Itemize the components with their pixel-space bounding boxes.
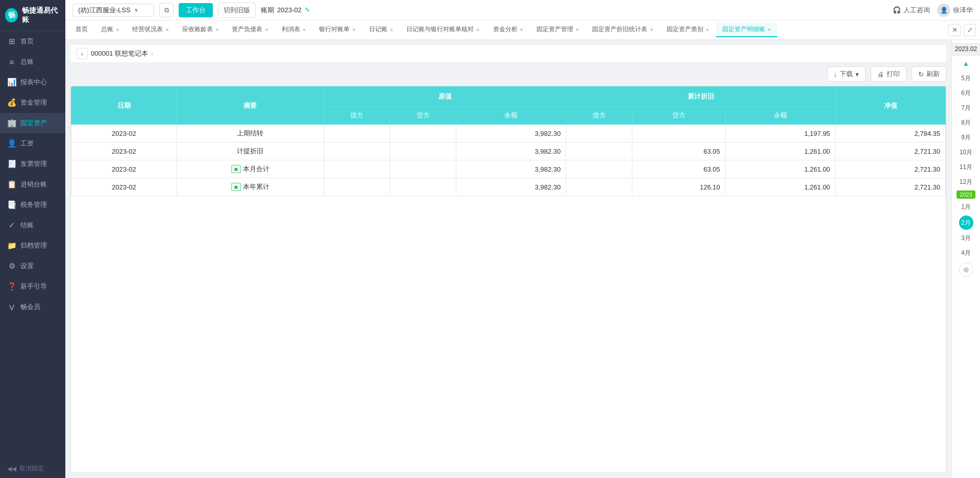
home-icon: ⊞ (7, 37, 16, 46)
period-value: 2023-02 (277, 6, 302, 14)
tab-home[interactable]: 首页 (69, 22, 94, 37)
sidebar-item-sales[interactable]: 📋进销台账 (0, 174, 65, 195)
report-icon: 📊 (7, 78, 16, 87)
table-cell: 126.10 (632, 178, 725, 196)
period-edit-icon[interactable]: ✎ (305, 6, 310, 14)
date-month-7月[interactable]: 7月 (958, 101, 974, 115)
table-cell (324, 142, 389, 160)
tab-close-fixed_detail[interactable]: × (768, 27, 771, 33)
tab-close-fixed_type[interactable]: × (706, 27, 709, 33)
sidebar-item-fixed[interactable]: 🏢固定资产 (0, 113, 65, 133)
sidebar-item-report[interactable]: 📊报表中心 (0, 72, 65, 92)
tab-label-fixed_mgmt: 固定资产管理 (536, 25, 573, 34)
date-month-6月[interactable]: 6月 (958, 86, 974, 101)
sidebar-item-archive[interactable]: 📁归档管理 (0, 235, 65, 256)
tab-close-management[interactable]: × (165, 27, 168, 33)
date-month-11月[interactable]: 11月 (958, 160, 974, 175)
tab-balance[interactable]: 资产负债表× (226, 22, 274, 37)
tab-close-balance[interactable]: × (265, 27, 268, 33)
tab-receivable[interactable]: 应收账龄表× (176, 22, 225, 37)
refresh-button[interactable]: ↻ 刷新 (912, 66, 946, 82)
sidebar: 畅 畅捷通易代账 ⊞首页≡总账📊报表中心💰资金管理🏢固定资产👤工资🧾发票管理📋进… (0, 0, 65, 478)
tab-fixed_detail[interactable]: 固定资产明细账× (716, 22, 777, 37)
date-month-2月[interactable]: 2月 (959, 216, 973, 230)
sidebar-item-salary[interactable]: 👤工资 (0, 133, 65, 154)
maximize-button[interactable]: ⤢ (964, 24, 976, 36)
switch-version-button[interactable]: 切到旧版 (218, 3, 256, 18)
tab-close-fund[interactable]: × (520, 27, 523, 33)
sidebar-item-invoice[interactable]: 🧾发票管理 (0, 154, 65, 174)
date-panel-up-nav: ▲ (952, 56, 980, 71)
tab-fixed_type[interactable]: 固定资产类别× (660, 22, 715, 37)
tab-profit[interactable]: 利润表× (276, 22, 312, 37)
sidebar-item-tax[interactable]: 📑税务管理 (0, 195, 65, 215)
date-month-4月[interactable]: 4月 (959, 246, 973, 260)
tab-reconcile[interactable]: 日记账与银行对账单核对× (400, 22, 485, 37)
consult-button[interactable]: 🎧 人工咨询 (893, 6, 930, 15)
date-month-1月[interactable]: 1月 (959, 200, 973, 214)
tab-close-ledger[interactable]: × (116, 27, 119, 33)
salary-icon: 👤 (7, 139, 16, 148)
tab-close-bank[interactable]: × (352, 27, 355, 33)
row-tag: ■ (231, 165, 241, 173)
table-cell (390, 160, 456, 178)
sidebar-item-vip[interactable]: V畅会员 (0, 297, 65, 317)
tab-close-journal[interactable]: × (390, 27, 393, 33)
sidebar-item-home[interactable]: ⊞首页 (0, 31, 65, 52)
sidebar-unpin[interactable]: ◀◀ 取消固定 (0, 459, 65, 478)
sidebar-item-guide[interactable]: ❓新手引导 (0, 276, 65, 297)
date-month-9月[interactable]: 9月 (958, 130, 974, 145)
tab-journal[interactable]: 日记账× (363, 22, 399, 37)
breadcrumb-back-button[interactable]: ‹ (77, 48, 88, 59)
copy-button[interactable]: ⧉ (159, 3, 174, 17)
table-cell: 2,721.30 (836, 160, 946, 178)
download-button[interactable]: ↓ 下载 ▾ (827, 66, 866, 82)
tab-fixed_mgmt[interactable]: 固定资产管理× (530, 22, 585, 37)
fixed-asset-detail-table: 日期摘要原值累计折旧净值 借方贷方余额借方贷方余额 2023-02上期结转3,9… (70, 86, 946, 473)
tab-close-fixed_depre[interactable]: × (650, 27, 653, 33)
table-cell (566, 178, 632, 196)
date-month-5月[interactable]: 5月 (958, 71, 974, 86)
table-cell (632, 125, 725, 142)
date-month-12月[interactable]: 12月 (958, 175, 974, 189)
date-month-8月[interactable]: 8月 (958, 115, 974, 130)
sales-icon: 📋 (7, 180, 16, 189)
table-row: 2023-02计提折旧3,982.3063.051,261.002,721.30 (71, 142, 946, 160)
user-menu[interactable]: 👤 徐泽华 (937, 4, 973, 17)
sidebar-label-ledger: 总账 (20, 57, 34, 66)
print-button[interactable]: 🖨 打印 (871, 66, 906, 82)
sidebar-label-report: 报表中心 (20, 78, 47, 87)
tab-close-receivable[interactable]: × (215, 27, 218, 33)
main-area: (劝)江西服业-LSS ▼ ⧉ 工作台 切到旧版 账期 2023-02 ✎ 🎧 … (65, 0, 980, 478)
tab-fund[interactable]: 资金分析× (487, 22, 529, 37)
tab-management[interactable]: 经营状况表× (126, 22, 175, 37)
sidebar-item-ledger[interactable]: ≡总账 (0, 52, 65, 72)
tab-fixed_depre[interactable]: 固定资产折旧统计表× (586, 22, 659, 37)
tab-bank[interactable]: 银行对账单× (313, 22, 361, 37)
sidebar-item-settings[interactable]: ⚙设置 (0, 256, 65, 276)
tab-close-profit[interactable]: × (303, 27, 306, 33)
date-panel-extra-btn[interactable]: ⊕ (959, 262, 973, 277)
table-cell: 63.05 (632, 142, 725, 160)
logo-icon: 畅 (5, 8, 18, 22)
vip-icon: V (7, 303, 16, 312)
company-selector[interactable]: (劝)江西服业-LSS ▼ (72, 4, 154, 17)
date-panel-up-button[interactable]: ▲ (961, 58, 972, 69)
date-month-3月[interactable]: 3月 (959, 231, 973, 246)
close-all-tabs-button[interactable]: ✕ (948, 24, 961, 36)
sidebar-item-fund[interactable]: 💰资金管理 (0, 92, 65, 113)
table-cell: 2023-02 (71, 142, 177, 160)
table-cell: 3,982.30 (456, 160, 566, 178)
tab-close-fixed_mgmt[interactable]: × (576, 27, 579, 33)
tab-ledger[interactable]: 总账× (95, 22, 125, 37)
sidebar-label-home: 首页 (20, 37, 34, 46)
date-month-10月[interactable]: 10月 (958, 145, 974, 160)
tab-close-reconcile[interactable]: × (476, 27, 479, 33)
workbench-button[interactable]: 工作台 (179, 3, 213, 17)
breadcrumb-forward-arrow: › (151, 51, 153, 57)
sidebar-label-fixed: 固定资产 (20, 118, 47, 128)
table-cell: 2023-02 (71, 178, 177, 196)
sidebar-logo: 畅 畅捷通易代账 (0, 0, 65, 31)
sidebar-item-settle[interactable]: ✓结账 (0, 215, 65, 235)
col-header-摘要: 摘要 (177, 87, 324, 125)
